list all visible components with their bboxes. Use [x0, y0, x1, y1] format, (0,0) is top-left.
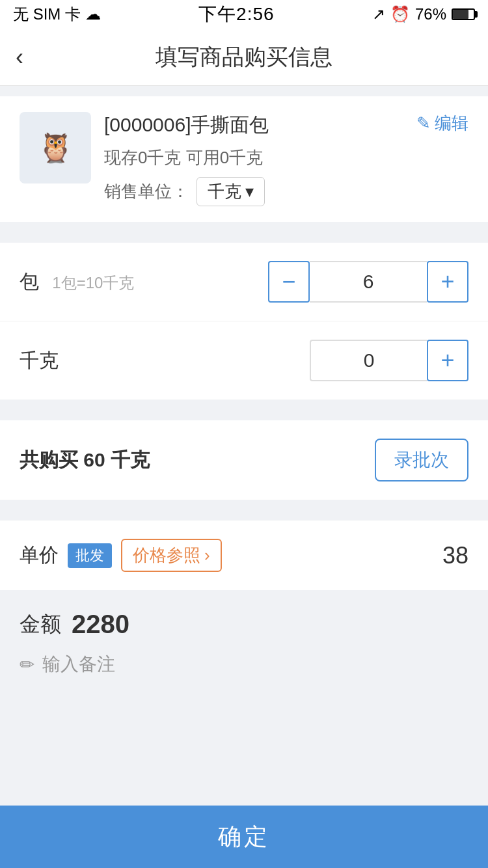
summary-unit: 千克: [111, 449, 150, 470]
battery-icon: [452, 8, 475, 20]
amount-value: 2280: [72, 610, 129, 639]
product-card: 🦉 [0000006]手撕面包 现存0千克 可用0千克 销售单位： 千克 ▾ ✎…: [0, 96, 488, 222]
remark-placeholder: 输入备注: [42, 652, 115, 677]
price-tag-pifa: 批发: [68, 543, 112, 568]
no-sim-label: 无 SIM 卡 ☁: [13, 4, 101, 25]
package-decrement-button[interactable]: −: [268, 261, 310, 303]
kg-qty-control: +: [310, 340, 468, 381]
nav-bar: ‹ 填写商品购买信息: [0, 29, 488, 86]
kg-increment-button[interactable]: +: [427, 340, 468, 381]
summary-prefix: 共购买: [20, 449, 78, 470]
amount-section: 金额 2280 ✏ 输入备注: [0, 591, 488, 695]
price-ref-label: 价格参照: [133, 544, 200, 567]
edit-button[interactable]: ✎ 编辑: [416, 112, 468, 135]
page-title: 填写商品购买信息: [156, 42, 332, 72]
package-hint: 1包=10千克: [52, 274, 134, 292]
package-input-row: 包 1包=10千克 − +: [0, 243, 488, 321]
product-unit-row: 销售单位： 千克 ▾: [104, 177, 468, 206]
separator-2: [0, 400, 488, 410]
edit-icon: ✎: [416, 113, 431, 133]
location-icon: ↗: [372, 5, 385, 23]
package-section: 包 1包=10千克 − + 千克 +: [0, 243, 488, 400]
status-left: 无 SIM 卡 ☁: [13, 4, 101, 25]
price-section: 单价 批发 价格参照 › 38: [0, 521, 488, 590]
summary-qty: 60: [83, 449, 105, 470]
kg-qty-input[interactable]: [310, 340, 427, 381]
edit-label: 编辑: [435, 112, 468, 135]
package-label: 包 1包=10千克: [20, 269, 268, 295]
product-stock: 现存0千克 可用0千克: [104, 146, 468, 169]
remark-icon: ✏: [20, 654, 34, 675]
package-increment-button[interactable]: +: [427, 261, 468, 303]
remark-row[interactable]: ✏ 输入备注: [20, 652, 468, 677]
package-qty-input[interactable]: [310, 261, 427, 303]
amount-row: 金额 2280: [20, 610, 468, 639]
product-info: [0000006]手撕面包 现存0千克 可用0千克 销售单位： 千克 ▾: [104, 112, 468, 206]
product-image: 🦉: [20, 112, 91, 183]
price-value: 38: [442, 542, 468, 569]
price-ref-button[interactable]: 价格参照 ›: [121, 539, 222, 572]
product-thumbnail: 🦉: [38, 131, 74, 165]
status-right: ↗ ⏰ 76%: [372, 5, 475, 23]
price-row: 单价 批发 价格参照 › 38: [20, 539, 468, 572]
price-label: 单价: [20, 542, 59, 569]
dropdown-icon: ▾: [245, 182, 254, 202]
price-left: 单价 批发 价格参照 ›: [20, 539, 222, 572]
unit-select[interactable]: 千克 ▾: [197, 177, 265, 206]
summary-row: 共购买 60 千克 录批次: [0, 420, 488, 500]
separator-3: [0, 500, 488, 510]
status-time: 下午2:56: [198, 2, 275, 27]
status-bar: 无 SIM 卡 ☁ 下午2:56 ↗ ⏰ 76%: [0, 0, 488, 29]
kg-label: 千克: [20, 347, 310, 374]
amount-label: 金额: [20, 610, 61, 639]
battery-label: 76%: [415, 5, 446, 23]
price-ref-icon: ›: [204, 545, 210, 565]
package-qty-control: − +: [268, 261, 468, 303]
unit-value: 千克: [208, 180, 241, 203]
back-button[interactable]: ‹: [16, 44, 23, 71]
confirm-label: 确定: [218, 821, 270, 853]
kg-input-row: 千克 +: [0, 321, 488, 400]
batch-button[interactable]: 录批次: [375, 439, 468, 481]
separator-1: [0, 222, 488, 232]
alarm-icon: ⏰: [390, 5, 410, 23]
unit-label: 销售单位：: [104, 180, 189, 203]
product-name: [0000006]手撕面包: [104, 112, 468, 139]
summary-text: 共购买 60 千克: [20, 447, 150, 474]
confirm-button[interactable]: 确定: [0, 806, 488, 868]
